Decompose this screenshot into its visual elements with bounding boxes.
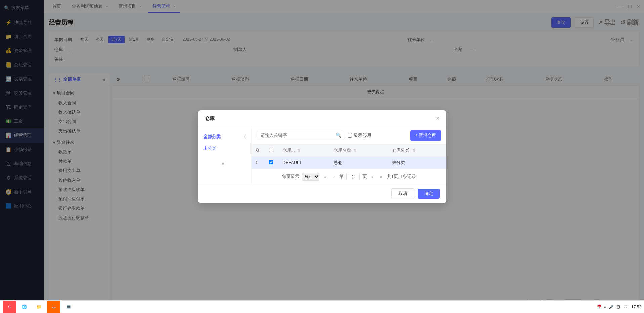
row-code: DEFAULT: [278, 156, 330, 169]
row-checkbox[interactable]: [265, 156, 278, 169]
dialog-total-records: 共1页, 1条记录: [387, 173, 416, 180]
scroll-down-indicator: ▼: [198, 160, 249, 168]
dialog-page-input[interactable]: [346, 173, 360, 180]
dialog-table: ⚙ 仓库... ⇅ 仓库名称 ⇅: [252, 144, 446, 169]
statusbar-icon-net: ♦: [604, 305, 606, 309]
dialog-actions: 取消 确定: [198, 184, 446, 203]
taskbar-icon-1[interactable]: S: [3, 301, 16, 313]
statusbar-icon-img: 🖼: [616, 305, 620, 309]
col-warehouse-name: 仓库名称 ⇅: [330, 144, 388, 157]
statusbar-icon-shield: 🛡: [623, 305, 627, 309]
taskbar-apps: S 🌐 📁 🦊 💻: [3, 301, 597, 313]
col-warehouse-category: 仓库分类 ⇅: [388, 144, 446, 157]
taskbar-icon-4[interactable]: 🦊: [47, 301, 60, 313]
overlay[interactable]: 仓库 × 全部分类 《 未分类 ▼: [0, 0, 644, 313]
col-warehouse-code: 仓库... ⇅: [278, 144, 330, 157]
statusbar-icon-cn[interactable]: 中: [597, 304, 601, 310]
statusbar-time: 17:52: [631, 305, 641, 309]
dialog-close-btn[interactable]: ×: [436, 115, 440, 122]
taskbar-icon-2[interactable]: 🌐: [17, 301, 31, 313]
dialog-toolbar: 🔍 显示停用 + 新增仓库: [252, 127, 446, 144]
show-disabled-label: 显示停用: [348, 132, 371, 139]
cancel-button[interactable]: 取消: [391, 188, 414, 199]
dialog-header: 仓库 ×: [198, 110, 446, 127]
dialog-search-input[interactable]: [257, 131, 333, 140]
taskbar-icon-3[interactable]: 📁: [32, 301, 46, 313]
col-check-all[interactable]: [265, 144, 278, 157]
next-dialog-page-btn[interactable]: ›: [370, 173, 375, 180]
last-page-btn[interactable]: »: [378, 173, 384, 180]
dialog-table-wrap: ⚙ 仓库... ⇅ 仓库名称 ⇅: [252, 144, 446, 169]
dialog-search: 🔍: [257, 131, 344, 140]
dialog-page-suffix: 页: [362, 173, 367, 180]
scroll-track: [250, 143, 251, 154]
taskbar-icon-5[interactable]: 💻: [62, 301, 75, 313]
first-page-btn[interactable]: «: [322, 173, 329, 180]
sort-code-icon[interactable]: ⇅: [297, 148, 300, 152]
dialog-sidebar-item-uncategorized[interactable]: 未分类: [198, 143, 251, 154]
dialog-main: 🔍 显示停用 + 新增仓库 ⚙: [252, 127, 446, 184]
add-warehouse-btn[interactable]: + 新增仓库: [410, 130, 441, 141]
taskbar-right: 中 ♦ 🎤 🖼 🛡 17:52: [597, 304, 641, 310]
dialog-per-page-select[interactable]: 50 100: [302, 173, 319, 181]
confirm-button[interactable]: 确定: [418, 189, 440, 199]
statusbar-icon-mic: 🎤: [609, 305, 614, 309]
dialog-sidebar-scroll: 未分类: [198, 143, 251, 154]
sort-name-icon[interactable]: ⇅: [354, 148, 357, 152]
row-name: 总仓: [330, 156, 388, 169]
dialog-sidebar: 全部分类 《 未分类 ▼: [198, 127, 252, 184]
dialog-page-label: 第: [339, 173, 344, 180]
dialog-title: 仓库: [205, 115, 215, 122]
prev-dialog-page-btn[interactable]: ‹: [331, 173, 337, 180]
dialog-sidebar-header: 全部分类 《: [198, 131, 251, 143]
row-category: 未分类: [388, 156, 446, 169]
sort-category-icon[interactable]: ⇅: [412, 148, 415, 152]
dialog-pagination: 每页显示 50 100 « ‹ 第 页 › » 共1页, 1条记录: [252, 169, 446, 184]
table-row[interactable]: 1 DEFAULT 总仓 未分类: [252, 156, 446, 169]
dialog-per-page-label: 每页显示: [282, 173, 299, 180]
row-index: 1: [252, 156, 265, 169]
show-disabled-checkbox[interactable]: [348, 133, 352, 138]
dialog-search-btn[interactable]: 🔍: [333, 131, 344, 140]
all-category-label[interactable]: 全部分类: [203, 134, 221, 140]
warehouse-dialog: 仓库 × 全部分类 《 未分类 ▼: [198, 110, 446, 203]
win-taskbar: S 🌐 📁 🦊 💻 中 ♦ 🎤 🖼 🛡 17:52: [0, 300, 644, 313]
dialog-body: 全部分类 《 未分类 ▼ �: [198, 127, 446, 184]
sidebar-collapse-btn[interactable]: 《: [242, 134, 246, 140]
col-config[interactable]: ⚙: [252, 144, 265, 157]
